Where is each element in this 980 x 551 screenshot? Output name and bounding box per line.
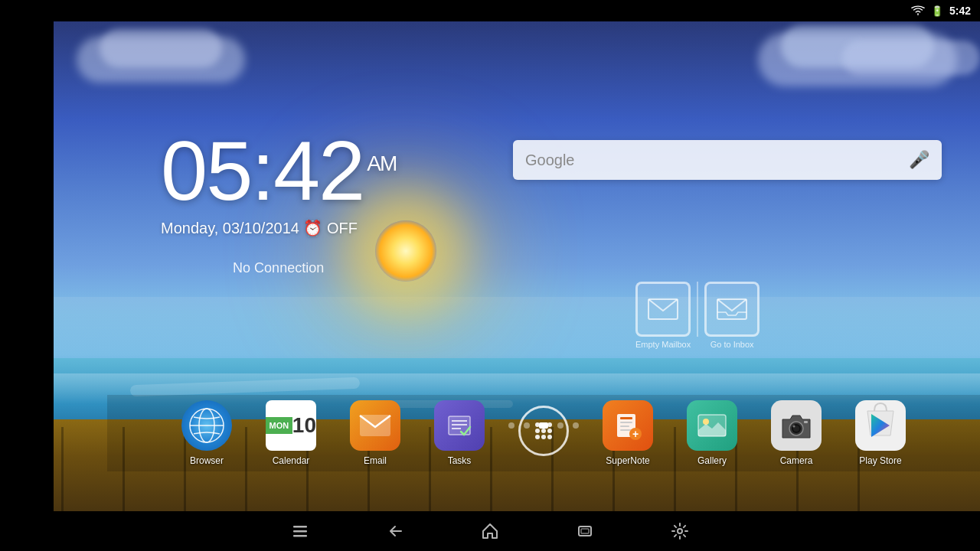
svg-point-13: [535, 429, 540, 433]
app-browser[interactable]: Browser: [168, 400, 245, 466]
calendar-label: Calendar: [273, 455, 310, 466]
svg-point-15: [547, 429, 552, 433]
dot-0[interactable]: [508, 422, 514, 429]
dot-2[interactable]: [539, 422, 548, 429]
gallery-label: Gallery: [697, 455, 727, 466]
battery-icon: 🔋: [931, 5, 943, 17]
app-gallery[interactable]: Gallery: [674, 400, 750, 466]
dot-4[interactable]: [573, 422, 579, 429]
supernote-label: SuperNote: [606, 455, 649, 466]
plank-1: [61, 427, 64, 511]
nav-settings-button[interactable]: [663, 514, 697, 548]
wifi-icon: [911, 5, 925, 16]
app-calendar[interactable]: MON 10 Calendar: [253, 400, 329, 466]
dot-1[interactable]: [524, 422, 530, 429]
weather-info: No Connection: [161, 260, 396, 276]
svg-point-14: [541, 429, 546, 433]
inbox-box[interactable]: Go to Inbox: [704, 282, 760, 349]
nav-recent-button[interactable]: [568, 514, 602, 548]
clock-alarm-status: OFF: [327, 220, 358, 236]
inbox-icon[interactable]: [704, 282, 760, 337]
drawer-grid-svg: [530, 417, 557, 445]
search-placeholder: Google: [525, 152, 909, 169]
app-tasks[interactable]: Tasks: [421, 400, 498, 466]
clock-time: 05:42AM: [161, 129, 396, 213]
svg-point-16: [535, 435, 540, 439]
back-arrow-icon: [386, 522, 404, 540]
cloud-right-3: [842, 41, 980, 75]
svg-rect-37: [293, 535, 307, 537]
wallpaper: 05:42AM Monday, 03/10/2014 ⏰ OFF No Conn…: [54, 21, 980, 511]
search-bar[interactable]: Google 🎤: [513, 140, 942, 180]
tasks-label: Tasks: [448, 455, 472, 466]
svg-text:+: +: [632, 428, 639, 440]
mic-icon[interactable]: 🎤: [909, 150, 929, 170]
clock-date: Monday, 03/10/2014 ⏰ OFF: [161, 219, 396, 237]
nav-back-button[interactable]: [378, 514, 412, 548]
dot-3[interactable]: [557, 422, 564, 429]
svg-rect-39: [581, 529, 589, 533]
status-bar: 🔋 5:42: [0, 0, 980, 21]
menu-lines-icon: [291, 522, 309, 540]
clock-time-value: 05:42: [161, 123, 364, 217]
nav-home-button[interactable]: [473, 514, 507, 548]
mailbox-empty-svg: [648, 298, 678, 320]
drawer-icon: [518, 406, 569, 456]
browser-label: Browser: [190, 455, 224, 466]
settings-icon: [671, 522, 689, 540]
app-playstore[interactable]: Play Store: [842, 400, 919, 466]
playstore-label: Play Store: [859, 455, 901, 466]
left-sidebar: [0, 21, 54, 511]
empty-mailbox-box[interactable]: Empty Mailbox: [635, 282, 691, 349]
camera-label: Camera: [780, 455, 813, 466]
app-drawer[interactable]: [505, 406, 582, 461]
email-divider: [697, 282, 698, 337]
nav-menu-button[interactable]: [283, 514, 317, 548]
svg-point-18: [547, 435, 552, 439]
clock-date-value: Monday, 03/10/2014: [161, 220, 299, 236]
nav-bar: [0, 511, 980, 551]
svg-point-40: [678, 529, 682, 533]
go-to-inbox-label: Go to Inbox: [710, 340, 754, 349]
app-dock: Browser MON 10 Calendar Email: [107, 395, 980, 471]
svg-rect-35: [293, 526, 307, 528]
svg-rect-20: [620, 417, 632, 419]
clock-widget: 05:42AM Monday, 03/10/2014 ⏰ OFF No Conn…: [161, 129, 396, 276]
page-dots: [107, 422, 980, 429]
svg-rect-36: [293, 530, 307, 533]
status-time: 5:42: [949, 5, 971, 17]
svg-point-17: [541, 435, 546, 439]
clock-alarm-icon: ⏰: [303, 220, 322, 236]
weather-text: No Connection: [233, 260, 324, 276]
recent-apps-icon: [576, 522, 594, 540]
home-icon: [481, 522, 499, 540]
email-widget[interactable]: Empty Mailbox Go to Inbox: [635, 282, 760, 349]
clock-ampm: AM: [367, 152, 396, 175]
horizon-haze: [54, 297, 980, 358]
empty-mailbox-icon[interactable]: [635, 282, 691, 337]
app-email[interactable]: Email: [337, 400, 413, 466]
email-label: Email: [364, 455, 387, 466]
cloud-left-2: [100, 29, 222, 67]
inbox-svg: [717, 298, 747, 320]
app-camera[interactable]: Camera: [758, 400, 835, 466]
empty-mailbox-label: Empty Mailbox: [635, 340, 691, 349]
app-supernote[interactable]: + SuperNote: [590, 400, 666, 466]
svg-rect-23: [620, 429, 631, 431]
